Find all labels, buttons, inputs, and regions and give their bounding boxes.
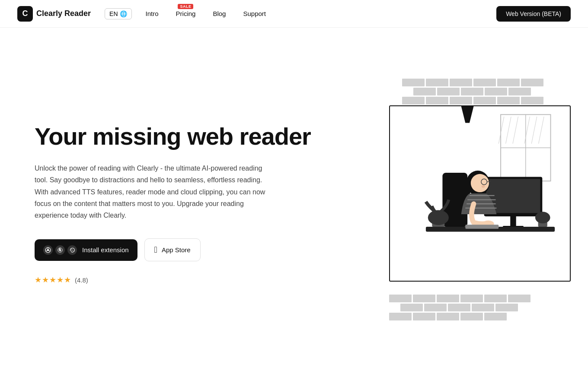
hero-buttons: Install extension  App Store: [35, 238, 311, 261]
app-store-button[interactable]:  App Store: [144, 238, 201, 261]
install-extension-button[interactable]: Install extension: [35, 239, 137, 261]
hero-content: Your missing web reader Unlock the power…: [35, 123, 311, 285]
svg-line-14: [539, 117, 544, 144]
svg-line-3: [49, 251, 50, 251]
svg-line-10: [506, 117, 511, 144]
svg-line-12: [524, 117, 530, 144]
nav-pricing[interactable]: SALE Pricing: [176, 10, 196, 17]
edge-icon: [67, 245, 77, 255]
navbar: C Clearly Reader EN 🌐 Intro SALE Pricing…: [0, 0, 588, 28]
rating-value: (4.8): [75, 276, 88, 284]
firefox-icon: [55, 245, 65, 255]
svg-rect-33: [465, 225, 499, 229]
logo-icon: C: [17, 6, 33, 22]
logo[interactable]: C Clearly Reader: [17, 6, 91, 22]
rating: ★★★★★ (4.8): [35, 275, 311, 285]
sale-badge: SALE: [178, 4, 193, 9]
svg-point-24: [471, 174, 489, 192]
svg-line-27: [487, 181, 490, 182]
svg-line-13: [531, 117, 537, 144]
svg-marker-15: [461, 106, 474, 123]
svg-point-1: [47, 249, 49, 251]
rating-stars: ★★★★★: [35, 275, 71, 285]
web-version-button[interactable]: Web Version (BETA): [496, 6, 571, 22]
svg-line-9: [499, 117, 504, 144]
hero-title: Your missing web reader: [35, 123, 311, 150]
hero-section: Your missing web reader Unlock the power…: [0, 28, 588, 371]
extension-icons: [43, 245, 77, 255]
svg-point-25: [482, 185, 485, 187]
language-selector[interactable]: EN 🌐: [105, 8, 131, 19]
globe-icon: 🌐: [120, 10, 127, 17]
svg-line-4: [46, 251, 47, 251]
svg-point-37: [535, 212, 550, 223]
hero-description: Unlock the power of reading with Clearly…: [35, 162, 277, 221]
chrome-icon: [43, 245, 53, 255]
logo-name: Clearly Reader: [36, 9, 91, 18]
svg-rect-19: [510, 216, 516, 226]
apple-icon: : [154, 245, 157, 255]
hero-illustration: [389, 79, 571, 320]
svg-line-11: [513, 117, 518, 144]
nav-links: Intro SALE Pricing Blog Support: [146, 10, 497, 17]
nav-intro[interactable]: Intro: [146, 10, 159, 17]
nav-blog[interactable]: Blog: [213, 10, 226, 17]
nav-support[interactable]: Support: [243, 10, 266, 17]
